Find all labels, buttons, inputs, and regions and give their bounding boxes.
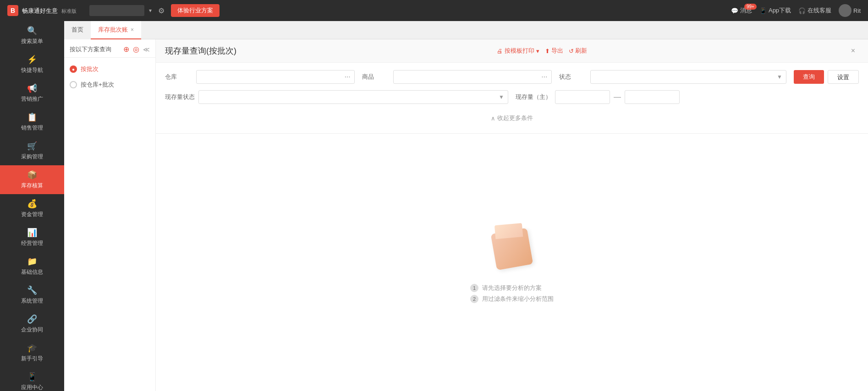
tab-home[interactable]: 首页 — [64, 21, 91, 39]
user-name: Rit — [853, 7, 861, 14]
current-qty-label: 现存量（主） — [516, 93, 551, 101]
data-area: 1 请先选择要分析的方案 2 用过滤条件来缩小分析范围 — [156, 134, 868, 391]
goods-label: 商品 — [362, 73, 390, 81]
current-qty-field: 现存量（主） — — [516, 90, 859, 104]
enterprise-icon: 🔗 — [27, 314, 37, 324]
empty-illustration — [484, 222, 539, 277]
shortcut-icon: ⚡ — [27, 54, 37, 65]
settings-icon-btn[interactable]: ⚙ — [156, 5, 166, 17]
app-logo: B — [7, 5, 18, 16]
sidebar-item-finance[interactable]: 💰 资金管理 — [0, 194, 64, 223]
filter-item-batch[interactable]: ● 按批次 — [64, 61, 155, 77]
panel-close-button[interactable]: × — [847, 45, 859, 57]
query-form: 仓库 ··· 商品 ··· — [156, 63, 868, 134]
sales-icon: 📋 — [27, 112, 37, 122]
avatar — [839, 4, 852, 17]
current-qty-max-input[interactable] — [625, 90, 680, 104]
sidebar-item-marketing[interactable]: 📢 营销推广 — [0, 79, 64, 108]
notifications-btn[interactable]: 💬 消息 99+ — [731, 6, 752, 15]
app-name: 畅康通好生意 标准版 — [22, 6, 77, 15]
page-title-bar: 现存量查询(按批次) 🖨 按模板打印 ▾ ⬆ 导出 ↺ — [156, 39, 868, 63]
form-row-1: 仓库 ··· 商品 ··· — [165, 70, 859, 84]
sidebar-item-guide[interactable]: 🎓 新手引导 — [0, 338, 64, 367]
sidebar-item-shortcut[interactable]: ⚡ 快捷导航 — [0, 50, 64, 79]
phone-icon: 📱 — [759, 7, 767, 14]
status-select[interactable]: ▼ — [590, 70, 787, 84]
empty-tip-1: 1 请先选择要分析的方案 — [470, 284, 554, 292]
marketing-icon: 📢 — [27, 83, 37, 93]
tab-close-icon[interactable]: × — [131, 27, 134, 33]
online-service-btn[interactable]: 🎧 在线客服 — [798, 6, 831, 15]
warehouse-label: 仓库 — [165, 73, 192, 81]
sidebar-item-sales[interactable]: 📋 销售管理 — [0, 108, 64, 136]
query-button[interactable]: 查询 — [794, 70, 824, 84]
page-title: 现存量查询(按批次) — [165, 45, 236, 56]
empty-box-icon — [491, 228, 533, 271]
sidebar-item-appstore[interactable]: 📱 应用中心 — [0, 367, 64, 391]
tab-bar: 首页 库存批次账 × — [64, 21, 868, 39]
breadcrumb-chevron-icon[interactable]: ▾ — [149, 7, 152, 14]
inventory-status-select[interactable]: ▼ — [198, 90, 508, 104]
page-content: 按以下方案查询 ⊕ ◎ ≪ ● 按批次 按仓库+批次 — [64, 39, 868, 391]
content-area: 首页 库存批次账 × 按以下方案查询 ⊕ ◎ ≪ — [64, 21, 868, 391]
app-download-btn[interactable]: 📱 App下载 — [759, 6, 791, 15]
experience-button[interactable]: 体验行业方案 — [171, 4, 220, 17]
operation-icon: 📊 — [27, 228, 37, 238]
sidebar-item-enterprise[interactable]: 🔗 企业协同 — [0, 310, 64, 338]
inventory-status-arrow-icon: ▼ — [499, 94, 504, 100]
user-profile[interactable]: Rit — [839, 4, 861, 17]
filter-add-icon[interactable]: ⊕ — [123, 45, 129, 54]
sidebar-item-search[interactable]: 🔍 搜索菜单 — [0, 21, 64, 50]
header-left: B 畅康通好生意 标准版 ▾ ⚙ 体验行业方案 — [7, 4, 220, 17]
sidebar-item-basic[interactable]: 📁 基础信息 — [0, 252, 64, 281]
breadcrumb-input[interactable] — [89, 5, 144, 16]
inventory-icon: 📦 — [27, 170, 37, 180]
headset-icon: 🎧 — [798, 7, 806, 14]
filter-dot-outline — [70, 81, 77, 88]
tab-batch-account[interactable]: 库存批次账 × — [91, 21, 141, 39]
goods-dots[interactable]: ··· — [541, 73, 547, 81]
status-arrow-icon: ▼ — [777, 74, 782, 80]
sidebar-item-purchase[interactable]: 🛒 采购管理 — [0, 136, 64, 165]
sidebar-item-system[interactable]: 🔧 系统管理 — [0, 281, 64, 310]
header-right: 💬 消息 99+ 📱 App下载 🎧 在线客服 Rit — [731, 4, 861, 17]
filter-config-icon[interactable]: ◎ — [133, 45, 139, 54]
warehouse-field: 仓库 ··· — [165, 70, 355, 84]
current-qty-min-input[interactable] — [555, 90, 610, 104]
tip-2-num: 2 — [470, 295, 478, 303]
collapse-more-btn[interactable]: ∧ 收起更多条件 — [165, 110, 859, 126]
inventory-status-label: 现存量状态 — [165, 93, 195, 101]
sidebar: 🔍 搜索菜单 ⚡ 快捷导航 📢 营销推广 📋 销售管理 🛒 采购管理 📦 库存核… — [0, 21, 64, 391]
export-icon: ⬆ — [545, 48, 550, 54]
refresh-button[interactable]: ↺ 刷新 — [569, 47, 587, 55]
print-chevron-icon: ▾ — [536, 48, 539, 54]
empty-tip-2: 2 用过滤条件来缩小分析范围 — [470, 295, 554, 303]
main-layout: 🔍 搜索菜单 ⚡ 快捷导航 📢 营销推广 📋 销售管理 🛒 采购管理 📦 库存核… — [0, 21, 868, 391]
form-settings-button[interactable]: 设置 — [828, 70, 859, 84]
goods-field: 商品 ··· — [362, 70, 552, 84]
print-icon: 🖨 — [497, 48, 503, 54]
form-row-2: 现存量状态 ▼ 现存量（主） — — [165, 90, 859, 104]
appstore-icon: 📱 — [27, 372, 37, 382]
export-button[interactable]: ⬆ 导出 — [545, 47, 563, 55]
search-icon: 🔍 — [27, 26, 37, 36]
refresh-icon: ↺ — [569, 48, 574, 54]
collapse-icon: ∧ — [491, 115, 495, 122]
filter-collapse-icon[interactable]: ≪ — [143, 46, 150, 53]
filter-list: ● 按批次 按仓库+批次 — [64, 58, 155, 96]
title-actions: 🖨 按模板打印 ▾ ⬆ 导出 ↺ 刷新 — [497, 47, 587, 55]
main-panel: 现存量查询(按批次) 🖨 按模板打印 ▾ ⬆ 导出 ↺ — [156, 39, 868, 391]
filter-item-warehouse-batch[interactable]: 按仓库+批次 — [64, 77, 155, 92]
sidebar-item-operation[interactable]: 📊 经营管理 — [0, 223, 64, 252]
warehouse-input-wrapper[interactable]: ··· — [196, 70, 355, 84]
goods-input-wrapper[interactable]: ··· — [393, 70, 552, 84]
warehouse-dots[interactable]: ··· — [344, 73, 350, 81]
empty-tips: 1 请先选择要分析的方案 2 用过滤条件来缩小分析范围 — [470, 284, 554, 303]
message-icon: 💬 — [731, 7, 738, 14]
print-button[interactable]: 🖨 按模板打印 ▾ — [497, 47, 539, 55]
basic-icon: 📁 — [27, 256, 37, 266]
tip-1-num: 1 — [470, 284, 478, 292]
sidebar-item-inventory[interactable]: 📦 库存核算 — [0, 165, 64, 194]
filter-header-icons: ⊕ ◎ ≪ — [123, 45, 150, 54]
status-field: 状态 ▼ — [559, 70, 787, 84]
